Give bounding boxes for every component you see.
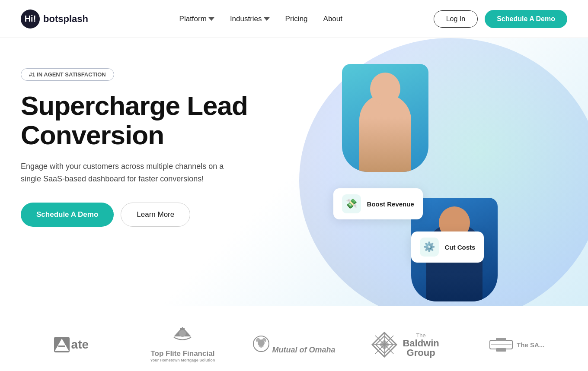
svg-rect-16 <box>496 348 506 352</box>
nav-industries[interactable]: Industries <box>230 15 270 23</box>
nav-about[interactable]: About <box>323 15 342 23</box>
navbar: Hi! botsplash Platform Industries Pricin… <box>0 0 588 38</box>
hero-images: 💸 Boost Revenue ⚙️ Cut Costs <box>316 64 567 306</box>
learn-more-button[interactable]: Learn More <box>121 203 190 227</box>
baldwin-icon <box>371 332 397 358</box>
logo-bubble: Hi! <box>21 10 40 29</box>
nav-actions: Log In Schedule A Demo <box>434 10 567 28</box>
hero-person-1 <box>342 64 428 172</box>
boost-revenue-label: Boost Revenue <box>367 200 414 208</box>
cut-costs-label: Cut Costs <box>445 244 476 251</box>
ate-icon <box>54 337 70 352</box>
login-button[interactable]: Log In <box>434 10 478 28</box>
hero-cta-buttons: Schedule A Demo Learn More <box>21 203 316 227</box>
nav-demo-button[interactable]: Schedule A Demo <box>485 10 567 28</box>
other-logo-icon <box>489 336 513 353</box>
logo[interactable]: Hi! botsplash <box>21 10 88 29</box>
nav-platform[interactable]: Platform <box>179 15 214 23</box>
hero-demo-button[interactable]: Schedule A Demo <box>21 203 114 227</box>
mutual-lion-icon <box>252 335 270 352</box>
logo-other: The SA... <box>466 336 567 353</box>
cut-costs-card: ⚙️ Cut Costs <box>411 231 484 263</box>
topflite-icon <box>169 327 195 349</box>
svg-point-4 <box>179 330 186 337</box>
agent-satisfaction-badge: #1 IN AGENT SATISFACTION <box>21 68 114 81</box>
hero-title: Supercharge Lead Conversion <box>21 91 316 150</box>
boost-revenue-icon: 💸 <box>342 194 361 213</box>
logo-text: botsplash <box>43 13 88 25</box>
chevron-down-icon <box>264 16 270 22</box>
hero-section: #1 IN AGENT SATISFACTION Supercharge Lea… <box>0 38 588 306</box>
logo-hi-text: Hi! <box>25 14 36 24</box>
logos-row: ate Top Flite Financial Your Hometown Mo… <box>21 327 567 362</box>
svg-rect-15 <box>496 338 506 341</box>
hero-content: #1 IN AGENT SATISFACTION Supercharge Lea… <box>21 64 316 227</box>
boost-revenue-card: 💸 Boost Revenue <box>333 188 423 219</box>
cut-costs-icon: ⚙️ <box>420 238 439 257</box>
nav-links: Platform Industries Pricing About <box>179 15 342 23</box>
chevron-down-icon <box>208 16 214 22</box>
logo-topflite: Top Flite Financial Your Hometown Mortga… <box>132 327 233 362</box>
logo-mutual-omaha: Mutual of Omaha <box>243 335 345 355</box>
svg-rect-1 <box>58 346 65 347</box>
logo-baldwin-group: The Baldwin Group <box>355 332 456 358</box>
logos-section: ate Top Flite Financial Your Hometown Mo… <box>0 306 588 371</box>
logo-ate: ate <box>21 337 122 352</box>
nav-pricing[interactable]: Pricing <box>285 15 308 23</box>
hero-subtitle: Engage with your customers across multip… <box>21 160 246 185</box>
